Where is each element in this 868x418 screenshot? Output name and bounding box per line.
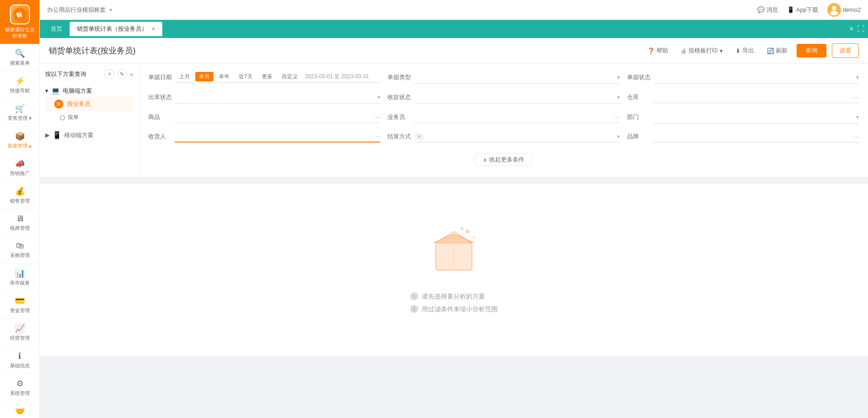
empty-state: 1 请先选择要分析的方案 2 用过滤条件来缩小分析范围 (40, 184, 868, 356)
page-title: 销货单统计表(按业务员) (49, 45, 136, 56)
filter-item-brand: 品牌 ··· (627, 131, 859, 142)
dept-dropdown[interactable]: ▾ (653, 111, 859, 124)
date-btn-last7[interactable]: 近7天 (235, 72, 256, 81)
sidebar-item-retail[interactable]: 🛒 零售管理 ▾ (0, 99, 39, 127)
scheme-collapse-button[interactable]: « (130, 71, 133, 78)
topbar-left: 办公用品行业模拟账套 ▾ (47, 6, 112, 14)
sidebar-item-marketing[interactable]: 📣 营销推广 (0, 154, 39, 182)
svg-rect-10 (460, 227, 463, 230)
template-print-button[interactable]: 🖨 按模板打印 ▾ (677, 45, 726, 57)
filter-item-dept: 部门 ▾ (627, 111, 859, 124)
divider (40, 177, 868, 180)
message-icon: 💬 (757, 6, 764, 13)
sidebar-item-ecommerce[interactable]: 🖥 电商管理 (0, 209, 39, 237)
doc-status-label: 单据状态 (627, 73, 651, 81)
doc-type-label: 单据类型 (387, 73, 411, 81)
hint-num-2: 2 (410, 305, 418, 313)
date-btn-this-month[interactable]: 本月 (195, 72, 213, 81)
filter-item-warehouse: 仓库 ··· (627, 91, 859, 104)
scheme-group-header-mobile[interactable]: ▶ 📱 移动端方案 (45, 129, 133, 141)
filter-item-doc-type: 单据类型 ▾ (387, 71, 619, 84)
brand-dots: ··· (854, 133, 859, 140)
edit-icon: ✎ (120, 71, 124, 77)
warehouse-input[interactable]: ··· (653, 92, 859, 103)
logo-icon: 畅 (10, 5, 30, 24)
date-btn-this-year[interactable]: 本年 (215, 72, 233, 81)
sidebar-item-system[interactable]: ⚙ 系统管理 (0, 374, 39, 402)
sidebar-item-enterprise[interactable]: 🤝 企业协同 (0, 402, 39, 418)
salesperson-input[interactable]: ··· (414, 112, 619, 123)
date-label: 单据日期 (148, 73, 172, 81)
scheme-edit-button[interactable]: ✎ (117, 69, 127, 79)
settlement-control[interactable]: × ▾ (415, 131, 619, 142)
tab-close-button[interactable]: × (152, 26, 155, 32)
refresh-button[interactable]: 🔄 刷新 (763, 45, 791, 57)
setting-button[interactable]: 设置 (832, 43, 859, 58)
sidebar-item-quick-nav[interactable]: ⚡ 快捷导航 (0, 71, 39, 99)
empty-illustration (427, 225, 481, 279)
sidebar-item-purchase[interactable]: 🛍 采购管理 (0, 237, 39, 264)
sidebar-item-inventory[interactable]: 📊 库存核算 (0, 264, 39, 291)
doc-status-dropdown[interactable]: ▾ (654, 71, 859, 84)
basic-info-icon: ℹ (18, 351, 21, 361)
page-actions: ❓ 帮助 🖨 按模板打印 ▾ ⬇ 导出 🔄 刷新 (644, 43, 859, 58)
brand-input[interactable]: ··· (653, 131, 859, 142)
date-btn-last-month[interactable]: 上月 (175, 72, 193, 81)
sub-scheme-item-by-order[interactable]: ⬡ 按单 (45, 111, 133, 124)
date-filter: 上月 本月 本年 近7天 更多 自定义 2023-03-01 至 2023-03… (175, 72, 380, 81)
query-button[interactable]: 查询 (797, 44, 826, 57)
tabbar: 首页 销货单统计表（按业务员） × × ⛶ (40, 20, 868, 38)
sidebar-item-sales[interactable]: 💰 销售管理 (0, 182, 39, 209)
warehouse-label: 仓库 (627, 93, 650, 101)
main-content: 办公用品行业模拟账套 ▾ 💬 消息 📱 App下载 demo2 (40, 0, 868, 418)
app-download-button[interactable]: 📱 App下载 (787, 6, 818, 14)
pay-status-dropdown[interactable]: ▾ (415, 91, 619, 104)
out-status-label: 出库状态 (148, 93, 172, 101)
doc-type-dropdown[interactable]: ▾ (415, 71, 619, 84)
topbar: 办公用品行业模拟账套 ▾ 💬 消息 📱 App下载 demo2 (40, 0, 868, 20)
finance-icon: 💳 (15, 296, 25, 306)
sales-icon: 💰 (15, 186, 25, 196)
scheme-group-header-desktop[interactable]: ▾ 💻 电脑端方案 (45, 85, 133, 97)
sidebar-item-operations[interactable]: 📈 经营管理 (0, 319, 39, 347)
logo-text: 畅捷通好生意 标准版 (5, 26, 35, 39)
brand-label: 品牌 (627, 133, 650, 141)
app-download-icon: 📱 (787, 6, 794, 13)
tag-x-close[interactable]: × (417, 133, 421, 140)
out-status-dropdown[interactable]: ▾ (175, 91, 380, 104)
date-btn-custom[interactable]: 自定义 (278, 72, 302, 81)
system-icon: ⚙ (16, 379, 24, 389)
filter-item-doc-status: 单据状态 ▾ (627, 71, 859, 84)
sidebar-item-basic-info[interactable]: ℹ 基础信息 (0, 347, 39, 374)
inventory-icon: 📊 (15, 268, 25, 278)
scheme-panel-title: 按以下方案查询 (45, 70, 86, 78)
scheme-item-by-salesperson[interactable]: 按 按业务员 (45, 97, 133, 111)
tab-sales-stat[interactable]: 销货单统计表（按业务员） × (70, 22, 162, 36)
breadcrumb: 办公用品行业模拟账套 (47, 6, 106, 14)
sidebar-item-wholesale[interactable]: 📦 批发管理 ▴ (0, 127, 39, 154)
scheme-add-button[interactable]: + (104, 69, 114, 79)
operations-icon: 📈 (15, 323, 25, 333)
filter-item-salesperson: 业务员 ··· (387, 111, 619, 124)
breadcrumb-dropdown[interactable]: ▾ (109, 7, 112, 13)
group-expand-icon: ▾ (45, 87, 48, 94)
goods-input[interactable]: ··· (175, 112, 380, 123)
user-menu[interactable]: demo2 (827, 3, 861, 17)
tab-home[interactable]: 首页 (43, 22, 70, 36)
date-range-display: 2023-03-01 至 2023-03-31 (305, 73, 369, 81)
scheme-group-mobile: ▶ 📱 移动端方案 (45, 129, 133, 141)
sidebar-item-finance[interactable]: 💳 资金管理 (0, 291, 39, 319)
window-expand-button[interactable]: ⛶ (857, 25, 864, 33)
filter-item-out-status: 出库状态 ▾ (148, 91, 380, 104)
help-button[interactable]: ❓ 帮助 (644, 45, 672, 57)
hint-num-1: 1 (410, 292, 418, 300)
desktop-icon: 💻 (51, 86, 60, 95)
collapse-conditions-button[interactable]: ∧ 收起更多条件 (475, 153, 532, 166)
sidebar-item-search[interactable]: 🔍 搜索菜单 (0, 44, 39, 71)
message-button[interactable]: 💬 消息 (757, 6, 778, 14)
filter-row-2: 出库状态 ▾ 收款状态 ▾ (148, 91, 859, 104)
date-btn-more[interactable]: 更多 (258, 72, 276, 81)
export-button[interactable]: ⬇ 导出 (732, 45, 758, 57)
consignee-input[interactable]: ··· (175, 131, 380, 142)
window-close-button[interactable]: × (849, 25, 854, 33)
